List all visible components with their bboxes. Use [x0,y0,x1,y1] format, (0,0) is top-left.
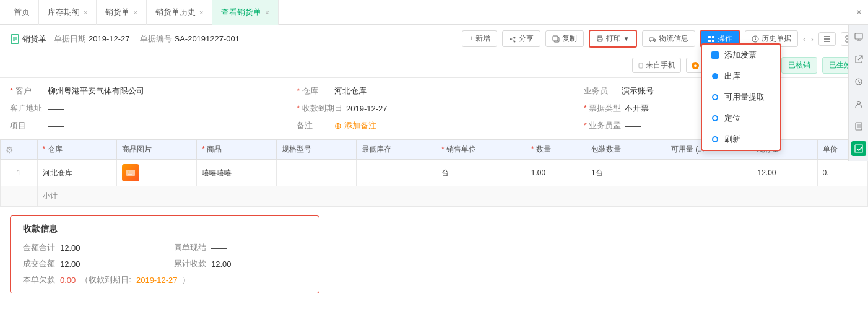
cumulative-value: 12.00 [211,259,232,269]
tab-inventory[interactable]: 库存期初 × [39,0,97,25]
add-note-btn[interactable]: 添加备注 [344,120,376,131]
available-icon [711,93,719,102]
sales-employee-value: —— [625,121,641,131]
due-row: 本单欠款 0.00 （收款到期日: 2019-12-27 ） [23,274,306,285]
col-unit: 销售单位 [436,140,526,160]
row-product-name: 嘻嘻嘻嘻 [197,160,277,186]
doc-date: 单据日期 2019-12-27 [54,33,130,45]
employee-value: 演示账号 [622,85,654,97]
payment-info-grid: 金额合计 12.00 同单现结 —— 成交金额 12.00 累计收款 12.00 [23,242,306,285]
svg-rect-26 [639,63,643,68]
right-panel-icon-6[interactable] [851,141,866,156]
settings-icon[interactable]: ⚙ [6,145,14,155]
nav-next[interactable]: › [810,34,814,44]
ticket-type-value: 不开票 [625,103,649,114]
svg-rect-29 [128,173,134,173]
right-panel-icon-2[interactable] [851,52,866,67]
close-view-sales-tab[interactable]: × [265,9,269,16]
row-warehouse: 河北仓库 [37,160,117,186]
right-panel [848,25,868,161]
logistics-button[interactable]: 物流信息 [642,30,695,47]
right-panel-icon-3[interactable] [851,74,866,89]
dropdown-add-invoice[interactable]: 添加发票 [702,45,780,66]
close-inventory-tab[interactable]: × [84,9,87,16]
transaction-row: 成交金额 12.00 [23,258,155,269]
product-image [122,164,139,181]
dropdown-available-extract[interactable]: 可用量提取 [702,87,780,108]
svg-rect-31 [855,33,862,39]
row-pack-qty: 1台 [586,160,666,186]
row-current-stock: 12.00 [752,160,817,186]
doc-meta: 单据日期 2019-12-27 单据编号 SA-20191227-001 [54,33,240,45]
address-row: 客户地址 —— [10,103,284,114]
add-invoice-icon [711,51,719,59]
col-qty: 数量 [526,140,586,160]
svg-rect-9 [598,36,602,38]
customer-label: 客户 [10,85,44,97]
doc-type-icon: 销货单 [10,33,46,45]
svg-point-36 [857,102,860,105]
row-available [666,160,752,186]
tab-home[interactable]: 首页 [5,0,39,25]
toolbar-actions: + 新增 分享 复制 打印 ▼ 物流信息 [462,30,858,48]
doc-title-area: 销货单 单据日期 2019-12-27 单据编号 SA-20191227-001 [10,33,462,45]
due-label: 本单欠款 [23,274,55,285]
transaction-value: 12.00 [60,259,80,269]
svg-point-13 [654,41,655,42]
col-settings: ⚙ [1,140,38,160]
due-date: 2019-12-27 [136,276,178,285]
new-button[interactable]: + 新增 [462,30,497,47]
tab-view-sales[interactable]: 查看销货单 × [212,0,278,25]
print-button[interactable]: 打印 ▼ [589,30,637,48]
close-sales-tab[interactable]: × [133,9,137,16]
cancel-status: 已核销 [781,57,817,74]
svg-rect-37 [856,123,862,130]
nav-prev[interactable]: ‹ [803,34,806,44]
due-value: 0.00 [60,276,76,285]
sales-employee-label: 业务员孟 [584,120,622,131]
row-spec [277,160,357,186]
row-unit: 台 [436,160,526,186]
share-button[interactable]: 分享 [502,30,540,47]
copy-button[interactable]: 复制 [545,30,584,47]
payment-date-row: 收款到期日 2019-12-27 [297,103,571,114]
amount-total-label: 金额合计 [23,242,55,253]
svg-rect-14 [708,36,711,38]
cumulative-row: 累计收款 12.00 [174,258,306,269]
right-panel-icon-5[interactable] [851,119,866,134]
dropdown-outbound[interactable]: 出库 [702,66,780,87]
svg-rect-10 [598,40,602,41]
right-panel-icon-1[interactable] [851,30,866,45]
dropdown-locate[interactable]: 定位 [702,108,780,129]
svg-rect-17 [712,40,714,42]
from-phone-btn[interactable]: 来自手机 [632,58,681,73]
payment-date-value: 2019-12-27 [346,104,388,113]
settlement-row: 同单现结 —— [174,242,306,253]
close-all-icon[interactable]: × [856,7,862,18]
tab-sales-history[interactable]: 销货单历史 × [147,0,212,25]
project-row: 项目 —— [10,120,284,131]
table-row: 1 河北仓库 嘻嘻嘻嘻 台 1.00 1台 [1,160,868,186]
view-toggle-list[interactable] [818,32,836,46]
bottom-info: 收款信息 金额合计 12.00 同单现结 —— 成交金额 12.00 [0,207,868,302]
col-product-img: 商品图片 [117,140,197,160]
employee-label: 业务员 [584,85,618,97]
add-note-icon[interactable]: ⊕ [334,121,342,131]
payment-info-box: 收款信息 金额合计 12.00 同单现结 —— 成交金额 12.00 [10,215,319,293]
svg-point-12 [650,41,651,42]
tab-sales[interactable]: 销货单 × [97,0,146,25]
subtotal-text: 小计 [37,186,868,206]
svg-line-5 [511,39,514,40]
col-warehouse: 仓库 [37,140,117,160]
subtotal-label [1,186,38,206]
svg-rect-28 [128,171,129,173]
cumulative-label: 累计收款 [174,258,206,269]
note-label: 备注 [297,120,331,131]
svg-rect-30 [128,174,132,175]
dropdown-refresh[interactable]: 刷新 [702,129,780,150]
amount-total-row: 金额合计 12.00 [23,242,155,253]
close-sales-history-tab[interactable]: × [199,9,203,16]
customer-value: 柳州粤港平安气体有限公司 [48,85,144,97]
right-panel-icon-4[interactable] [851,97,866,111]
due-note: （收款到期日: [80,274,131,285]
